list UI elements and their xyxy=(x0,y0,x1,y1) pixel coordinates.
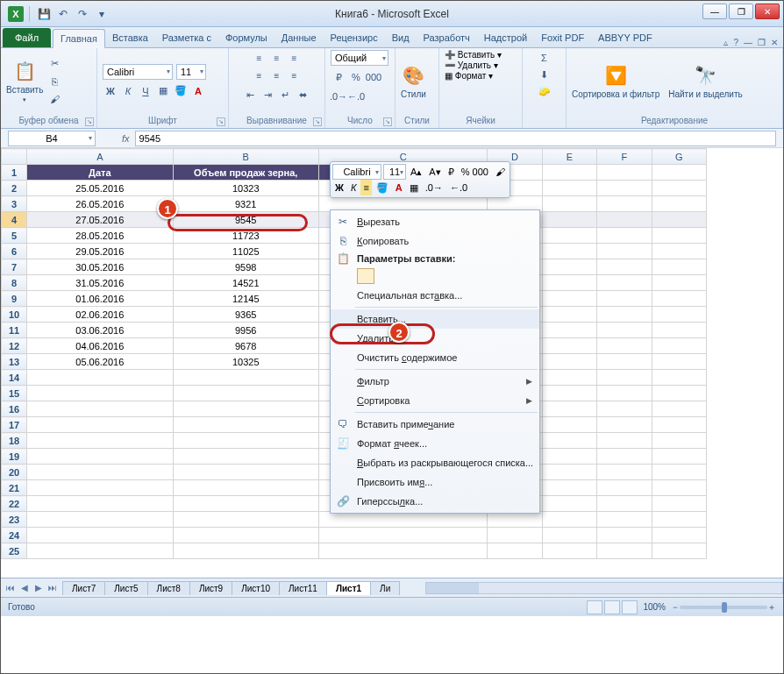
row-header[interactable]: 19 xyxy=(2,449,27,465)
mini-border[interactable]: ▦ xyxy=(407,180,421,195)
mini-toolbar[interactable]: Calibri 11 A▴ A▾ ₽ % 000 🖌 Ж К ≡ 🪣 A ▦ .… xyxy=(330,161,510,198)
tab-addins[interactable]: Надстрой xyxy=(477,28,534,47)
cell[interactable] xyxy=(542,465,596,480)
align-launcher[interactable]: ↘ xyxy=(313,117,322,126)
row-header[interactable]: 1 xyxy=(2,165,27,181)
row-header[interactable]: 24 xyxy=(2,528,27,543)
name-box[interactable]: B4 xyxy=(8,131,96,146)
tab-developer[interactable]: Разработч xyxy=(417,28,477,47)
view-page-layout[interactable] xyxy=(604,600,620,614)
col-header-b[interactable]: B xyxy=(173,149,318,165)
view-normal[interactable] xyxy=(587,600,602,614)
cell[interactable] xyxy=(652,181,707,196)
cell[interactable] xyxy=(488,528,542,543)
cell[interactable] xyxy=(652,465,707,480)
fx-icon[interactable]: fx xyxy=(122,133,130,144)
mini-percent[interactable]: % 000 xyxy=(459,164,491,180)
sheet-tab[interactable]: Лист1 xyxy=(326,581,371,595)
select-all-corner[interactable] xyxy=(2,149,27,165)
cell[interactable]: 03.06.2016 xyxy=(27,323,173,338)
cell[interactable]: 9545 xyxy=(173,212,318,228)
autosum-button[interactable]: Σ xyxy=(537,50,552,66)
cell[interactable]: 14521 xyxy=(173,275,318,291)
cell[interactable] xyxy=(173,370,318,386)
row-header[interactable]: 10 xyxy=(2,307,27,323)
cell[interactable] xyxy=(597,196,652,212)
mini-font-color[interactable]: A xyxy=(393,180,405,195)
format-painter-icon[interactable]: 🖌 xyxy=(46,91,62,107)
cell[interactable] xyxy=(542,512,596,528)
tab-home[interactable]: Главная xyxy=(53,29,105,48)
cell[interactable] xyxy=(27,386,173,401)
cell[interactable]: 10325 xyxy=(173,354,318,370)
cell[interactable] xyxy=(597,291,652,307)
cell[interactable] xyxy=(542,181,596,196)
cell[interactable] xyxy=(652,512,707,528)
cell[interactable] xyxy=(542,480,596,496)
cell[interactable] xyxy=(652,291,707,307)
tab-foxit[interactable]: Foxit PDF xyxy=(534,28,591,47)
tab-formulas[interactable]: Формулы xyxy=(218,28,274,47)
zoom-slider[interactable] xyxy=(680,606,767,609)
cell[interactable] xyxy=(597,543,652,559)
row-header[interactable]: 17 xyxy=(2,417,27,433)
cell[interactable] xyxy=(27,449,173,465)
cell[interactable] xyxy=(542,291,596,307)
qat-customize[interactable]: ▾ xyxy=(93,5,110,23)
cell[interactable] xyxy=(542,386,596,401)
mini-bold[interactable]: Ж xyxy=(332,180,346,195)
row-header[interactable]: 21 xyxy=(2,480,27,496)
row-header[interactable]: 15 xyxy=(2,386,27,401)
border-button[interactable]: ▦ xyxy=(155,83,171,99)
cell[interactable] xyxy=(597,449,652,465)
mdi-close[interactable]: ✕ xyxy=(771,38,778,47)
tab-view[interactable]: Вид xyxy=(385,28,417,47)
ctx-paste-special[interactable]: Специальная вставка... xyxy=(331,286,539,305)
cell[interactable]: 29.05.2016 xyxy=(27,244,173,259)
view-page-break[interactable] xyxy=(622,600,638,614)
cell[interactable] xyxy=(542,244,596,259)
mini-size-combo[interactable]: 11 xyxy=(383,164,406,180)
cell[interactable] xyxy=(597,417,652,433)
bold-button[interactable]: Ж xyxy=(103,83,118,99)
cell[interactable] xyxy=(542,496,596,512)
ctx-define-name[interactable]: Присвоить имя... xyxy=(331,472,539,492)
ctx-insert[interactable]: Вставить... xyxy=(331,309,539,329)
cell[interactable] xyxy=(652,307,707,323)
cell[interactable]: 11723 xyxy=(173,228,318,244)
row-header[interactable]: 22 xyxy=(2,496,27,512)
cell[interactable] xyxy=(597,386,652,401)
col-header-a[interactable]: A xyxy=(27,149,173,165)
cell[interactable] xyxy=(173,401,318,417)
cell[interactable]: 26.05.2016 xyxy=(27,196,173,212)
clipboard-launcher[interactable]: ↘ xyxy=(85,117,94,126)
horizontal-scrollbar[interactable] xyxy=(425,582,783,594)
cell[interactable] xyxy=(652,212,707,228)
row-header[interactable]: 20 xyxy=(2,465,27,480)
tab-file[interactable]: Файл xyxy=(3,28,51,47)
font-launcher[interactable]: ↘ xyxy=(217,117,225,126)
cell[interactable] xyxy=(542,433,596,449)
cell[interactable]: 04.06.2016 xyxy=(27,338,173,354)
underline-button[interactable]: Ч xyxy=(138,83,153,99)
window-close[interactable]: ✕ xyxy=(755,4,780,19)
find-select-button[interactable]: 🔭Найти и выделить xyxy=(668,63,742,99)
cell[interactable] xyxy=(27,465,173,480)
cell[interactable] xyxy=(652,244,707,259)
row-header[interactable]: 13 xyxy=(2,354,27,370)
sheet-nav-last[interactable]: ⏭ xyxy=(46,583,59,592)
mini-font-combo[interactable]: Calibri xyxy=(332,164,381,180)
col-header-f[interactable]: F xyxy=(597,149,652,165)
cell[interactable] xyxy=(542,417,596,433)
cell[interactable] xyxy=(542,275,596,291)
cell[interactable] xyxy=(652,528,707,543)
cell[interactable]: 31.05.2016 xyxy=(27,275,173,291)
cell[interactable] xyxy=(597,401,652,417)
col-header-e[interactable]: E xyxy=(542,149,596,165)
cell[interactable] xyxy=(318,543,487,559)
row-header[interactable]: 8 xyxy=(2,275,27,291)
cell[interactable] xyxy=(542,338,596,354)
sheet-nav-prev[interactable]: ◀ xyxy=(18,583,31,592)
cell[interactable] xyxy=(597,228,652,244)
cell[interactable]: 11025 xyxy=(173,244,318,259)
